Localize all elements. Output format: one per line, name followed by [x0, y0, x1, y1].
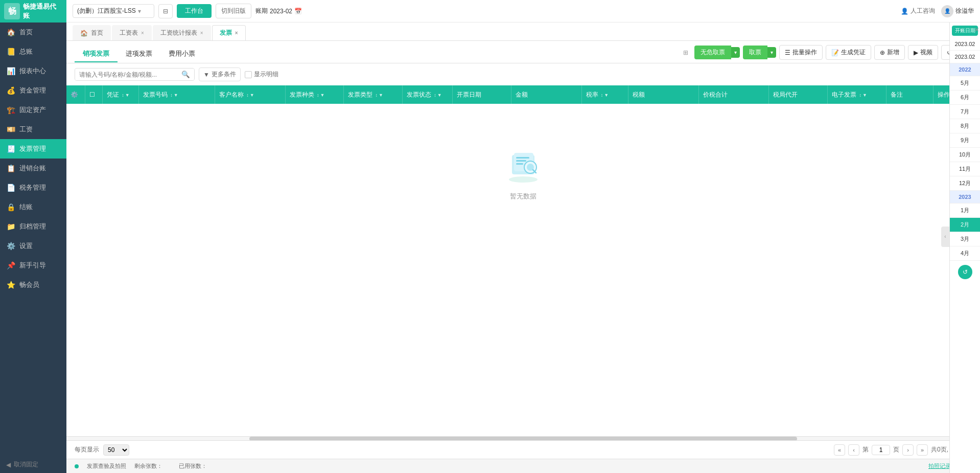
period-11[interactable]: 11月	[950, 162, 980, 176]
sidebar-item-sales[interactable]: 📋 进销台账	[0, 159, 66, 178]
grid-view-icon[interactable]: ⊞	[680, 47, 691, 58]
page-number-input[interactable]	[872, 445, 890, 455]
tab-payroll-stats[interactable]: 工资统计报表 ×	[153, 25, 211, 40]
period-9[interactable]: 9月	[950, 133, 980, 148]
new-button[interactable]: ⊕ 新增	[874, 45, 905, 60]
take-ticket-button[interactable]: 取票	[743, 46, 767, 59]
sidebar-item-reports[interactable]: 📊 报表中心	[0, 61, 66, 81]
period-7[interactable]: 7月	[950, 105, 980, 119]
sidebar-item-payroll[interactable]: 💴 工资	[0, 120, 66, 139]
dropdown-arrow-icon: ▾	[138, 8, 141, 15]
col-cert-header[interactable]: 凭证 ↕▼	[103, 85, 139, 104]
first-page-button[interactable]: «	[834, 444, 845, 456]
col-customer-header[interactable]: 客户名称 ↕▼	[215, 85, 285, 104]
col-amount-header[interactable]: 金额	[511, 85, 581, 104]
tab-payroll-stats-label: 工资统计报表	[160, 29, 197, 37]
tab-close-icon[interactable]: ×	[200, 30, 203, 36]
col-invoice-category-header[interactable]: 发票类型 ↕▼	[344, 85, 403, 104]
last-page-button[interactable]: »	[917, 444, 928, 456]
col-note-header[interactable]: 备注	[886, 85, 933, 104]
sales-icon: 📋	[6, 164, 15, 173]
col-status-header[interactable]: 发票状态 ↕▼	[402, 85, 452, 104]
search-button[interactable]: 🔍	[177, 69, 194, 80]
sidebar-item-closing[interactable]: 🔒 结账	[0, 197, 66, 217]
sidebar-item-assets[interactable]: 🏗️ 固定资产	[0, 100, 66, 120]
show-detail-toggle[interactable]: 显示明细	[245, 70, 278, 79]
sidebar-item-home[interactable]: 🏠 首页	[0, 22, 66, 42]
per-page-select[interactable]: 50 10 20 100	[103, 444, 129, 456]
no-ticket-dropdown-arrow[interactable]: ▾	[731, 47, 740, 58]
sub-tab-purchase[interactable]: 进项发票	[118, 46, 160, 62]
col-total-header[interactable]: 价税合计	[698, 85, 769, 104]
close-panel-button[interactable]: ×	[975, 26, 979, 34]
col-date-header[interactable]: 开票日期	[453, 85, 511, 104]
sidebar-item-invoice[interactable]: 🧾 发票管理	[0, 139, 66, 159]
tab-close-icon[interactable]: ×	[235, 30, 238, 36]
period-12[interactable]: 12月	[950, 176, 980, 191]
home-icon: 🏠	[6, 28, 15, 37]
period-8[interactable]: 8月	[950, 119, 980, 133]
period-display: 账期 2023-02 📅	[255, 7, 302, 15]
sidebar-item-member[interactable]: ⭐ 畅会员	[0, 275, 66, 295]
batch-op-button[interactable]: ☰ 批量操作	[779, 45, 823, 60]
open-period-button[interactable]: 开账日期	[952, 26, 978, 36]
sidebar-item-settings[interactable]: ⚙️ 设置	[0, 236, 66, 256]
generate-cert-button[interactable]: 📝 生成凭证	[826, 45, 871, 60]
sidebar-item-archive[interactable]: 📁 归档管理	[0, 217, 66, 236]
topbar: (勿删）江西股宝-LSS ▾ ⊟ 工作台 切到旧版 账期 2023-02 📅 👤…	[66, 0, 980, 22]
take-ticket-dropdown-arrow[interactable]: ▾	[767, 47, 776, 58]
page-suffix: 页	[893, 445, 899, 454]
tab-close-icon[interactable]: ×	[141, 30, 144, 36]
period-2023-1[interactable]: 1月	[950, 204, 980, 218]
support-link[interactable]: 👤 人工咨询	[901, 7, 935, 15]
sidebar-item-tax[interactable]: 📄 税务管理	[0, 178, 66, 197]
user-info[interactable]: 👤 徐溢华	[941, 5, 974, 17]
prev-page-button[interactable]: ‹	[848, 444, 859, 456]
sidebar-pin-toggle[interactable]: ◀ 取消固定	[0, 456, 66, 473]
table-wrap: ⚙️ ☐ 凭证 ↕▼ 发票号码 ↕▼ 客户名称 ↕▼ 发票种类 ↕▼	[66, 85, 980, 436]
sidebar-item-ledger[interactable]: 📒 总账	[0, 42, 66, 61]
switch-version-button[interactable]: 切到旧版	[216, 4, 251, 18]
period-5[interactable]: 5月	[950, 76, 980, 91]
sidebar-item-label: 工资	[19, 125, 33, 134]
period-6[interactable]: 6月	[950, 91, 980, 105]
period-2023-2[interactable]: 2月	[950, 218, 980, 232]
col-tax-header[interactable]: 税额	[628, 85, 699, 104]
panel-action-icon[interactable]: ↺	[958, 265, 972, 279]
workspace-button[interactable]: 工作台	[177, 4, 212, 18]
col-check-header[interactable]: ☐	[85, 85, 102, 104]
col-tax-id-header[interactable]: 税局代开	[769, 85, 828, 104]
right-panel-expand-toggle[interactable]: ‹	[941, 227, 949, 247]
no-ticket-button[interactable]: 无危取票	[694, 46, 731, 59]
tabs-bar: 🏠 首页 工资表 × 工资统计报表 × 发票 ×	[66, 22, 980, 41]
show-detail-checkbox[interactable]	[245, 71, 252, 78]
invoice-icon: 🧾	[6, 144, 15, 153]
video-button[interactable]: ▶ 视频	[908, 45, 938, 60]
period-10[interactable]: 10月	[950, 148, 980, 162]
sidebar-item-guide[interactable]: 📌 新手引导	[0, 256, 66, 275]
col-e-invoice-header[interactable]: 电子发票 ↕▼	[828, 85, 886, 104]
period-item-2023-02-first[interactable]: 2023.02	[950, 38, 980, 51]
period-2023-3[interactable]: 3月	[950, 232, 980, 246]
tab-home[interactable]: 🏠 首页	[73, 25, 111, 40]
more-conditions-button[interactable]: ▼ 更多条件	[199, 67, 241, 81]
feedback-link[interactable]: 拍照记录	[928, 462, 951, 470]
next-page-button[interactable]: ›	[902, 444, 914, 456]
company-settings-button[interactable]: ⊟	[158, 4, 173, 18]
col-invoice-no-header[interactable]: 发票号码 ↕▼	[138, 85, 215, 104]
search-input[interactable]	[75, 69, 177, 80]
logo-icon: 畅	[4, 3, 20, 19]
sub-tab-sales[interactable]: 销项发票	[75, 46, 118, 62]
settings-icon: ⚙️	[6, 241, 15, 251]
svg-rect-5	[516, 163, 523, 165]
sub-tab-expense[interactable]: 费用小票	[160, 46, 203, 62]
tab-invoice[interactable]: 发票 ×	[212, 25, 246, 40]
col-invoice-type-header[interactable]: 发票种类 ↕▼	[285, 85, 344, 104]
col-tax-rate-header[interactable]: 税率 ↕▼	[581, 85, 628, 104]
statusbar: 发票查验及拍照 剩余张数： 已用张数： 拍照记录 去充值	[66, 459, 980, 473]
sidebar-item-finance[interactable]: 💰 资金管理	[0, 81, 66, 100]
company-selector[interactable]: (勿删）江西股宝-LSS ▾	[73, 4, 154, 18]
period-item-2023-02-second[interactable]: 2023.02	[950, 51, 980, 63]
tab-payroll-table[interactable]: 工资表 ×	[112, 25, 152, 40]
period-2023-4[interactable]: 4月	[950, 246, 980, 261]
